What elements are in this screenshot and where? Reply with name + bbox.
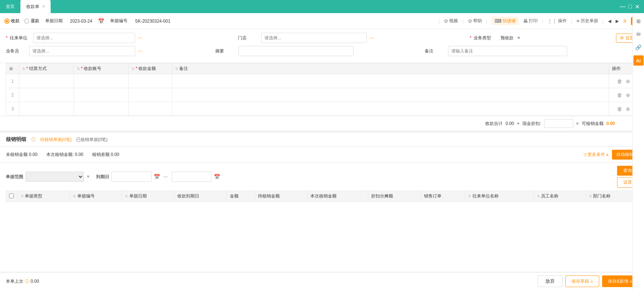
date-from-input[interactable]: 2022-04-01 [111, 172, 152, 182]
row-2-remark[interactable] [172, 88, 609, 102]
col-required-settle: * [26, 66, 28, 71]
verify-info-icon[interactable]: ⓘ [31, 137, 36, 143]
row-2-remark-input[interactable] [172, 88, 609, 102]
row-1-remark[interactable] [172, 74, 609, 88]
date-label: 单据日期 [45, 18, 63, 24]
abandon-button[interactable]: 放弃 [538, 275, 562, 287]
row-1-delete-btn[interactable]: 🗑 [616, 78, 623, 85]
row-3-settle-input[interactable] [19, 102, 74, 115]
row-1-amount-input[interactable] [129, 74, 172, 88]
next-btn[interactable]: ▶ [616, 19, 619, 24]
ops-btn[interactable]: ⋮⋮ 操作 [547, 18, 567, 24]
date-value: 2023-03-24 [70, 19, 92, 24]
row-2-copy-btn[interactable]: ⊕ [625, 91, 631, 99]
save-chevron-icon: ∧ [630, 279, 632, 283]
history-btn[interactable]: ≡ 历史单据 [577, 18, 598, 24]
col-partner-name-label: 往来单位名称 [472, 193, 499, 199]
maximize-icon[interactable]: □ [628, 3, 632, 10]
col-ops-label: 操作 [612, 66, 621, 71]
list-view-btn[interactable]: ≡ [623, 18, 627, 24]
date-from-icon[interactable]: 📅 [154, 174, 160, 180]
partner-more-icon[interactable]: ··· [137, 35, 144, 41]
sidebar-camera-icon[interactable]: Ai [633, 55, 644, 66]
row-3-amount-input[interactable] [129, 102, 172, 115]
row-3-copy-btn[interactable]: ⊕ [625, 105, 631, 113]
row-3-amount[interactable] [129, 102, 172, 116]
radio-receive[interactable]: 收款 [4, 18, 20, 24]
help-icon: ⊙ [468, 18, 472, 24]
col-header-gear: ⚙ [6, 63, 19, 74]
row-3-remark-input[interactable] [172, 102, 609, 115]
col-pending-amount: 待核销金额 [255, 191, 307, 202]
due-date-field: 到期日 2022-04-01 📅 — 2022-04-12 📅 [96, 172, 220, 182]
row-2-delete-btn[interactable]: 🗑 [616, 91, 623, 99]
row-1-remark-input[interactable] [172, 74, 609, 88]
verify-done-tab[interactable]: 已核销单据(0笔) [76, 137, 108, 143]
row-3-account-input[interactable] [74, 102, 128, 115]
summary-discount-label: 现金折扣: [522, 121, 541, 127]
summary-discount-input[interactable] [544, 119, 573, 128]
select-all-checkbox[interactable] [9, 193, 14, 198]
row-2-amount-input[interactable] [129, 88, 172, 102]
verify-pending-tab[interactable]: 待核销单据(0笔) [40, 137, 72, 143]
shop-label: 门店 [238, 35, 260, 41]
row-1-settle[interactable] [19, 74, 74, 88]
shop-field: 门店 ··· [238, 33, 376, 43]
radio-refund[interactable]: 退款 [24, 18, 39, 24]
partner-input[interactable] [33, 33, 135, 43]
staff-input[interactable] [29, 46, 135, 56]
minimize-icon[interactable]: — [620, 3, 625, 10]
row-2-amount[interactable] [129, 88, 172, 102]
range-field: 单据范围 ▼ [6, 172, 90, 182]
biz-type-value: 预收款 [500, 35, 514, 41]
tab-close-icon[interactable]: × [42, 4, 45, 9]
draft-button[interactable]: 保存草稿 ∧ [565, 275, 599, 287]
verify-section: 核销明细 ⓘ 待核销单据(0笔) 已核销单据(0笔) 未核销金额 0.00 本次… [0, 131, 644, 272]
row-3-settle[interactable] [19, 102, 74, 116]
row-2-settle-input[interactable] [19, 88, 74, 102]
row-3-account[interactable] [74, 102, 129, 116]
close-window-icon[interactable]: ✕ [635, 3, 640, 10]
tab-home-label: 首页 [6, 4, 15, 10]
biz-type-chevron[interactable]: ▼ [515, 35, 522, 40]
table-gear-icon[interactable]: ⚙ [9, 66, 13, 71]
tab-receipts[interactable]: 收款单 × [20, 0, 51, 13]
date-to-input[interactable]: 2022-04-12 [172, 172, 212, 182]
row-3-remark[interactable] [172, 102, 609, 116]
range-select[interactable] [25, 172, 84, 182]
remark-input[interactable] [448, 46, 567, 56]
tab-receipts-label: 收款单 [26, 4, 39, 10]
date-to-icon[interactable]: 📅 [214, 174, 220, 180]
more-conditions-btn[interactable]: ▽ 更多条件 ∧ [584, 152, 609, 158]
shortcut-btn[interactable]: ⌨ 快捷键 [492, 17, 519, 25]
row-1-copy-btn[interactable]: ⊕ [625, 78, 631, 85]
partner-field: * 往来单位 ··· [6, 33, 144, 43]
sidebar-link-icon[interactable]: 🔗 [633, 42, 644, 52]
col-due-date: 收款到期日 [174, 191, 227, 202]
row-2-account[interactable] [74, 88, 129, 102]
sidebar-table-icon[interactable]: ⊞ [633, 16, 644, 26]
row-2-settle[interactable] [19, 88, 74, 102]
row-2-account-input[interactable] [74, 88, 128, 102]
col-doc-type: ⇅ 单据类型 [18, 191, 70, 202]
shop-more-icon[interactable]: ··· [368, 35, 376, 41]
row-3-delete-btn[interactable]: 🗑 [616, 105, 623, 113]
row-1-account-input[interactable] [74, 74, 128, 88]
staff-more-icon[interactable]: ··· [137, 48, 144, 54]
summary-total-value: 0.00 [506, 121, 514, 126]
calendar-icon[interactable]: 📅 [98, 18, 104, 24]
video-btn[interactable]: ⊙ 视频 [444, 18, 458, 24]
row-1-num: 1 [6, 74, 19, 88]
row-1-account[interactable] [74, 74, 129, 88]
tab-home[interactable]: 首页 [0, 0, 20, 13]
row-1-settle-input[interactable] [19, 74, 74, 88]
print-btn[interactable]: 🖶 打印 [523, 18, 538, 24]
help-btn[interactable]: ⊙ 帮助 [468, 18, 482, 24]
row-1-amount[interactable] [129, 74, 172, 88]
shop-input[interactable] [261, 33, 367, 43]
footer-info-icon: ⓘ [25, 278, 29, 285]
table-row: 1 🗑 ⊕ [6, 74, 638, 88]
memo-input[interactable] [239, 46, 354, 56]
sidebar-email-icon[interactable]: ✉ [633, 29, 644, 39]
prev-btn[interactable]: ◀ [608, 19, 611, 24]
